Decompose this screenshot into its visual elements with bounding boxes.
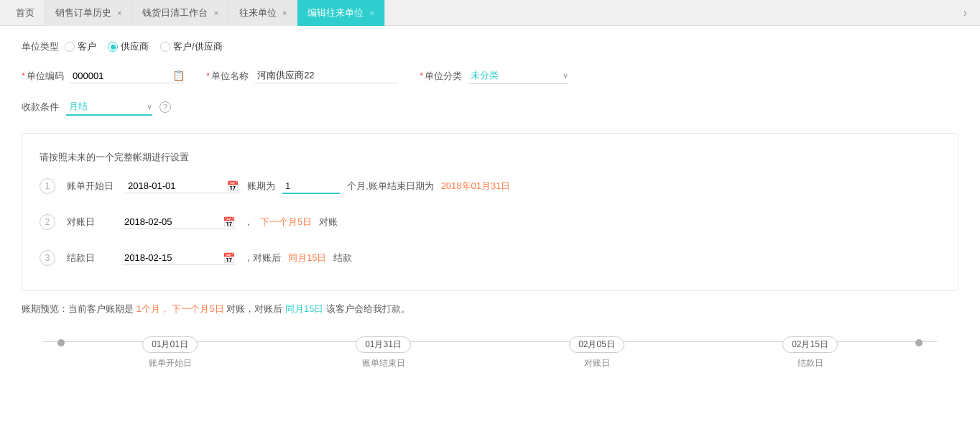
step-2-date-wrap: 📅 [121,215,236,229]
step-1-end-date: 2018年01月31日 [441,180,511,193]
step-3-prefix: ，对账后 [244,252,281,264]
timeline-node-2: 01月31日 账单结束日 [277,333,490,369]
step-2-calendar-icon[interactable]: 📅 [221,216,236,228]
step-2-date-input[interactable] [121,215,221,229]
step-3-row: 3 结款日 📅 ，对账后 同月15日 结款 [40,250,940,266]
unit-type-label: 单位类型 [22,40,59,53]
tab-cash-clearance[interactable]: 钱货日清工作台 × [132,0,228,26]
required-star-cat: * [420,70,423,81]
step-1-content: 📅 账期为 个月,账单结束日期为 2018年01月31日 [125,179,510,194]
step-1-period-input[interactable] [282,179,340,194]
tab-more-button[interactable]: › [956,6,974,19]
radio-circle-both [160,42,170,52]
unit-info-row: *单位编码 📋 *单位名称 *单位分类 未分类 ∨ [22,68,958,84]
step-1-suffix-text: 个月,账单结束日期为 [347,180,434,193]
step-1-date-input[interactable] [125,179,225,193]
preview-prefix: 账期预览：当前客户账期是 [22,303,134,314]
radio-customer[interactable]: 客户 [65,40,96,53]
tab-home[interactable]: 首页 [6,0,45,26]
tab-bar: 首页销售订单历史 ×钱货日清工作台 ×往来单位 ×编辑往来单位 ×› [0,0,980,26]
payment-condition-row: 收款条件 月结 ∨ ? [22,98,958,116]
preview-middle: 对账，对账后 [226,303,285,314]
tab-sales-history[interactable]: 销售订单历史 × [45,0,132,26]
unit-category-value: 未分类 [468,68,563,83]
preview-row: 账期预览：当前客户账期是 1个月， 下一个月5日 对账，对账后 同月15日 该客… [22,303,958,316]
unit-code-label: *单位编码 [22,70,64,83]
radio-label-both: 客户/供应商 [173,40,223,53]
tab-close-edit-partner[interactable]: × [369,9,374,17]
tab-edit-partner[interactable]: 编辑往来单位 × [297,0,384,26]
step-2-prefix: ， [244,216,253,229]
preview-part3: 同月15日 [285,303,323,314]
step-2-label: 对账日 [67,216,110,229]
step-1-label: 账单开始日 [67,180,114,193]
tab-close-partner-units[interactable]: × [282,9,287,17]
unit-name-label: *单位名称 [206,70,249,83]
timeline-label-4: 结款日 [798,357,823,369]
unit-code-input-wrap: 📋 [70,69,185,83]
unit-name-input[interactable] [254,69,398,83]
unit-type-row: 单位类型 客户供应商客户/供应商 [22,40,958,53]
settings-card: 请按照未来的一个完整帐期进行设置 1 账单开始日 📅 账期为 个月,账单结束日期… [22,133,958,291]
radio-supplier[interactable]: 供应商 [108,40,149,53]
radio-group: 客户供应商客户/供应商 [65,40,223,53]
payment-condition-label: 收款条件 [22,101,59,114]
timeline-label-2: 账单结束日 [362,357,405,369]
tab-close-sales-history[interactable]: × [117,9,121,17]
category-chevron-icon: ∨ [563,71,568,80]
timeline-pill-1: 01月01日 [142,336,198,353]
step-1-num: 1 [40,178,55,194]
step-2-num: 2 [40,214,55,230]
step-2-content: 📅 ， 下一个月5日 对账 [121,215,338,229]
timeline-pill-4: 02月15日 [782,336,838,353]
step-3-suffix: 结款 [333,252,352,264]
unit-code-input[interactable] [70,69,170,83]
radio-label-supplier: 供应商 [121,40,149,53]
timeline-pill-2: 01月31日 [356,336,411,353]
unit-type-field: 单位类型 客户供应商客户/供应商 [22,40,223,53]
step-3-highlight: 同月15日 [288,252,326,264]
payment-condition-select[interactable]: 月结 ∨ [66,98,152,116]
timeline-start-dot [57,339,65,346]
timeline: 01月01日 账单开始日 01月31日 账单结束日 02月05日 对账日 02月… [36,333,944,369]
step-3-label: 结款日 [67,252,110,264]
step-2-suffix: 对账 [319,216,338,229]
copy-icon[interactable]: 📋 [172,70,185,81]
step-3-calendar-icon[interactable]: 📅 [221,252,236,264]
payment-chevron-icon: ∨ [147,102,152,111]
main-content: 单位类型 客户供应商客户/供应商 *单位编码 📋 *单位名称 *单位分类 [0,26,980,437]
timeline-node-4: 02月15日 结款日 [703,333,917,369]
required-star-name: * [206,70,210,81]
preview-part2: 下一个月5日 [172,303,223,314]
tab-close-cash-clearance[interactable]: × [213,9,218,17]
step-2-row: 2 对账日 📅 ， 下一个月5日 对账 [40,214,940,230]
required-star: * [22,70,25,81]
timeline-label-1: 账单开始日 [149,357,192,369]
card-hint: 请按照未来的一个完整帐期进行设置 [40,151,940,164]
unit-name-field: *单位名称 [206,69,398,83]
radio-both[interactable]: 客户/供应商 [160,40,223,53]
payment-condition-value: 月结 [66,98,147,114]
radio-circle-customer [65,42,75,52]
step-3-num: 3 [40,250,55,266]
timeline-node-3: 02月05日 对账日 [490,333,703,369]
step-1-calendar-icon[interactable]: 📅 [225,180,240,192]
step-3-date-input[interactable] [121,251,221,264]
timeline-node-1: 01月01日 账单开始日 [63,333,277,369]
timeline-container: 01月01日 账单开始日 01月31日 账单结束日 02月05日 对账日 02月… [22,333,958,369]
unit-category-label: *单位分类 [420,70,462,83]
preview-part1: 1个月， [137,303,170,314]
step-3-date-wrap: 📅 [121,251,236,265]
timeline-pill-3: 02月05日 [569,336,624,353]
unit-code-field: *单位编码 📋 [22,69,185,83]
unit-category-select[interactable]: 未分类 ∨ [468,68,568,84]
step-1-row: 1 账单开始日 📅 账期为 个月,账单结束日期为 2018年01月31日 [40,178,940,194]
timeline-end-dot [915,339,923,346]
help-icon[interactable]: ? [160,101,171,113]
tab-partner-units[interactable]: 往来单位 × [229,0,297,26]
radio-label-customer: 客户 [78,40,96,53]
radio-circle-supplier [108,42,118,52]
step-3-content: 📅 ，对账后 同月15日 结款 [121,251,352,265]
timeline-label-3: 对账日 [584,357,610,369]
step-2-highlight: 下一个月5日 [260,216,312,229]
